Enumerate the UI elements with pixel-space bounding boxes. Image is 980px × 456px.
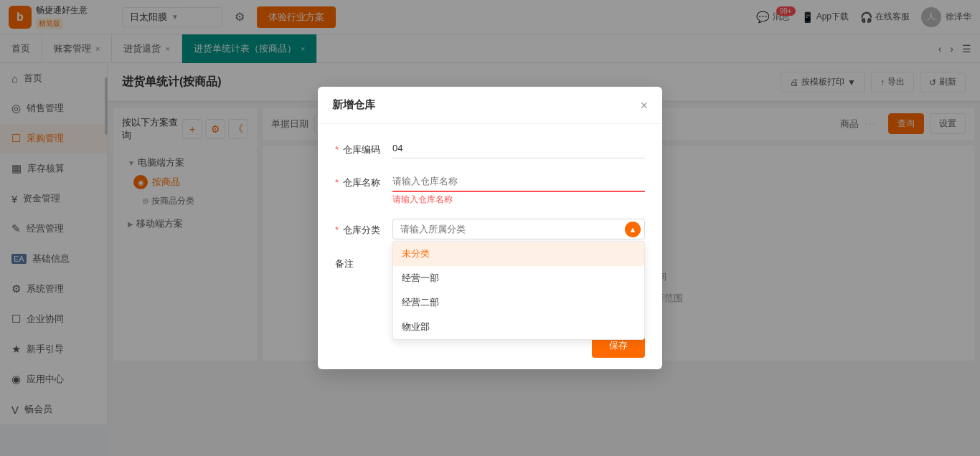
dropdown-item-property[interactable]: 物业部 — [393, 315, 644, 339]
dropdown-item-ops1[interactable]: 经营一部 — [393, 266, 644, 290]
code-field-wrap — [392, 138, 645, 158]
category-field-wrap: ▲ 未分类 经营一部 经营二部 物业部 — [392, 219, 645, 239]
dropdown-item-ops2[interactable]: 经营二部 — [393, 290, 644, 315]
form-row-category: * 仓库分类 ▲ 未分类 经营一部 经营二 — [335, 219, 645, 239]
name-field-wrap: 请输入仓库名称 — [392, 171, 645, 206]
code-label: * 仓库编码 — [335, 138, 392, 156]
modal-header: 新增仓库 × — [318, 87, 662, 124]
category-dropdown: 未分类 经营一部 经营二部 物业部 — [392, 241, 645, 340]
name-input[interactable] — [392, 171, 645, 192]
modal-body: * 仓库编码 * 仓库名称 请输入仓库名称 — [318, 124, 662, 325]
form-row-code: * 仓库编码 — [335, 138, 645, 158]
category-input[interactable] — [392, 219, 645, 239]
dropdown-item-uncategorized[interactable]: 未分类 — [393, 242, 644, 266]
form-row-name: * 仓库名称 请输入仓库名称 — [335, 171, 645, 206]
code-input[interactable] — [392, 138, 645, 158]
name-label: * 仓库名称 — [335, 171, 392, 189]
modal-overlay: 新增仓库 × * 仓库编码 * 仓库名称 — [0, 0, 980, 456]
name-error-msg: 请输入仓库名称 — [392, 194, 645, 206]
add-warehouse-modal: 新增仓库 × * 仓库编码 * 仓库名称 — [318, 87, 662, 369]
modal-title: 新增仓库 — [332, 98, 375, 112]
category-label: * 仓库分类 — [335, 219, 392, 237]
modal-close-button[interactable]: × — [640, 99, 648, 112]
remark-label: 备注 — [335, 252, 392, 270]
category-toggle-button[interactable]: ▲ — [625, 222, 641, 237]
